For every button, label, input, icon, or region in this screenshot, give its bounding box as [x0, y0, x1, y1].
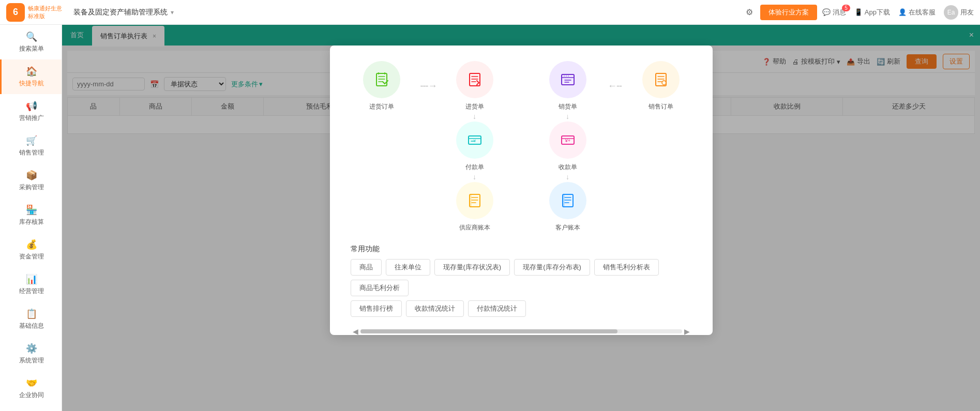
- sales-icon: 🛒: [26, 135, 37, 146]
- basic-info-icon: 📋: [26, 308, 37, 319]
- message-button[interactable]: 💬 消息 5: [822, 8, 846, 17]
- func-btn-receipt-stats[interactable]: 收款情况统计: [406, 300, 464, 317]
- svg-rect-10: [470, 194, 472, 207]
- scroll-left-arrow[interactable]: ◀: [351, 327, 360, 335]
- operations-icon: 📊: [26, 273, 37, 285]
- content-area: 🔍 搜索菜单 🏠 快捷导航 📢 营销推广 🛒 销售管理 📦 采购管理 🏪: [0, 25, 980, 411]
- arrow-gap1: →: [518, 82, 524, 90]
- purchase-icon: 📦: [26, 170, 37, 181]
- title-dropdown-icon[interactable]: ▾: [171, 9, 174, 16]
- sidebar-item-system[interactable]: ⚙️ 系统管理: [0, 337, 62, 371]
- sidebar-item-operations[interactable]: 📊 经营管理: [0, 267, 62, 302]
- flow-node-customer-ledger[interactable]: 客户账本: [549, 182, 586, 232]
- sidebar-item-basic-info[interactable]: 📋 基础信息: [0, 302, 62, 337]
- sidebar-item-purchase[interactable]: 📦 采购管理: [0, 163, 62, 198]
- message-badge: 5: [842, 5, 850, 11]
- receipt-bill-icon: ¥+: [549, 121, 586, 159]
- purchase-order-label: 进货订单: [369, 102, 394, 111]
- receipt-bill-label: 收款单: [559, 163, 577, 172]
- system-icon: ⚙️: [26, 343, 37, 354]
- marketing-icon: 📢: [26, 100, 37, 112]
- system-title-text: 装备及固定资产辅助管理系统: [73, 8, 168, 17]
- supplier-ledger-label: 供应商账本: [459, 223, 490, 232]
- sidebar: 🔍 搜索菜单 🏠 快捷导航 📢 营销推广 🛒 销售管理 📦 采购管理 🏪: [0, 25, 62, 411]
- arrow-purchase-to-bill: - - - →: [420, 81, 436, 92]
- flow-node-receipt-bill[interactable]: ¥+ 收款单: [549, 121, 586, 172]
- svg-point-4: [662, 81, 666, 85]
- common-functions: 常用功能 商品 往来单位 现存量(库存状况表) 现存量(库存分布表) 销售毛利分…: [351, 245, 692, 317]
- flow-node-purchase-order[interactable]: 进货订单: [363, 61, 400, 111]
- modal-overlay[interactable]: 进货订单 - - - → 进货单 →: [62, 45, 980, 411]
- func-buttons-row2: 销售排行榜 收款情况统计 付款情况统计: [351, 300, 692, 317]
- header-right: 💬 消息 5 📱 App下载 👤 在线客服 Ea 用友: [822, 5, 974, 20]
- func-btn-product[interactable]: 商品: [351, 259, 382, 276]
- app-download-button[interactable]: 📱 App下载: [854, 8, 890, 17]
- arrow-bill-down: ↓: [473, 112, 476, 120]
- flow-node-payment-bill[interactable]: ¥ 付款单: [456, 121, 493, 172]
- func-btn-sales-ranking[interactable]: 销售排行榜: [351, 300, 402, 317]
- collab-icon: 🤝: [26, 377, 37, 389]
- trial-button[interactable]: 体验行业方案: [760, 5, 817, 20]
- payment-bill-icon: ¥: [456, 121, 493, 159]
- system-title-area: 装备及固定资产辅助管理系统 ▾: [73, 8, 738, 17]
- customer-ledger-label: 客户账本: [555, 223, 580, 232]
- quick-nav-modal: 进货订单 - - - → 进货单 →: [330, 45, 713, 335]
- logo-icon: 6: [6, 3, 25, 22]
- logo-text: 畅康通好生意 标准版: [28, 5, 62, 20]
- svg-text:¥: ¥: [473, 139, 476, 143]
- settings-icon[interactable]: ⚙: [744, 5, 755, 19]
- arrow-sales-down: ↓: [566, 112, 569, 120]
- func-btn-contacts[interactable]: 往来单位: [386, 259, 430, 276]
- customer-ledger-icon: [549, 182, 586, 219]
- sidebar-item-guide[interactable]: 📖 新手引导: [0, 406, 62, 411]
- arrow-payment-down: ↓: [473, 173, 476, 181]
- scroll-right-arrow[interactable]: ▶: [682, 327, 692, 335]
- flow-node-sales-order[interactable]: 销售订单: [642, 61, 680, 111]
- main-content: 首页 销售订单执行表 × × ❓ 帮助 🖨: [62, 25, 980, 411]
- search-icon: 🔍: [26, 31, 37, 42]
- common-functions-title: 常用功能: [351, 245, 692, 254]
- page-body: ❓ 帮助 🖨 按模板打印 ▾ 📤 导出 🔄 刷新: [62, 45, 980, 411]
- func-btn-product-profit[interactable]: 商品毛利分析: [351, 280, 409, 296]
- top-header: 6 畅康通好生意 标准版 装备及固定资产辅助管理系统 ▾ ⚙ 体验行业方案 💬 …: [0, 0, 980, 25]
- scrollbar-track[interactable]: [360, 329, 682, 333]
- home-icon: 🏠: [26, 66, 37, 77]
- supplier-ledger-icon: [456, 182, 493, 219]
- flow-node-purchase-bill[interactable]: 进货单: [456, 61, 493, 111]
- svg-rect-12: [563, 194, 565, 207]
- func-btn-stock-status[interactable]: 现存量(库存状况表): [434, 259, 510, 276]
- svg-rect-3: [656, 73, 666, 86]
- sidebar-item-finance[interactable]: 💰 资金管理: [0, 233, 62, 267]
- user-area[interactable]: Ea 用友: [944, 5, 974, 20]
- sidebar-item-quick-nav[interactable]: 🏠 快捷导航: [0, 59, 62, 94]
- purchase-order-icon: [363, 61, 400, 98]
- sales-order-label: 销售订单: [649, 102, 673, 111]
- func-buttons-row1: 商品 往来单位 现存量(库存状况表) 现存量(库存分布表) 销售毛利分析表 商品…: [351, 259, 692, 296]
- avatar: Ea: [944, 5, 958, 20]
- payment-bill-label: 付款单: [465, 163, 484, 172]
- func-btn-sales-profit[interactable]: 销售毛利分析表: [594, 259, 659, 276]
- sidebar-item-marketing[interactable]: 📢 营销推广: [0, 94, 62, 129]
- func-btn-stock-dist[interactable]: 现存量(库存分布表): [514, 259, 590, 276]
- purchase-bill-icon: [456, 61, 493, 98]
- scrollbar-thumb: [360, 329, 618, 333]
- sidebar-item-inventory[interactable]: 🏪 库存核算: [0, 198, 62, 233]
- sidebar-item-collab[interactable]: 🤝 企业协同: [0, 371, 62, 406]
- svg-rect-2: [562, 74, 574, 85]
- sidebar-item-sales[interactable]: 🛒 销售管理: [0, 129, 62, 163]
- flow-node-supplier-ledger[interactable]: 供应商账本: [456, 182, 493, 232]
- download-icon: 📱: [854, 8, 863, 16]
- arrow-receipt-down: ↓: [566, 173, 569, 181]
- arrow-sales-order-to-bill: ← - -: [608, 81, 621, 92]
- service-icon: 👤: [898, 8, 907, 16]
- logo-area: 6 畅康通好生意 标准版: [6, 3, 68, 22]
- message-icon: 💬: [822, 8, 831, 16]
- sales-bill-label: 销货单: [559, 102, 577, 111]
- purchase-bill-label: 进货单: [465, 102, 484, 111]
- sidebar-item-search[interactable]: 🔍 搜索菜单: [0, 25, 62, 59]
- inventory-icon: 🏪: [26, 204, 37, 216]
- online-service-button[interactable]: 👤 在线客服: [898, 8, 936, 17]
- func-btn-payment-stats[interactable]: 付款情况统计: [468, 300, 526, 317]
- sales-order-icon: [642, 61, 680, 98]
- flow-node-sales-bill[interactable]: 销货单: [549, 61, 586, 111]
